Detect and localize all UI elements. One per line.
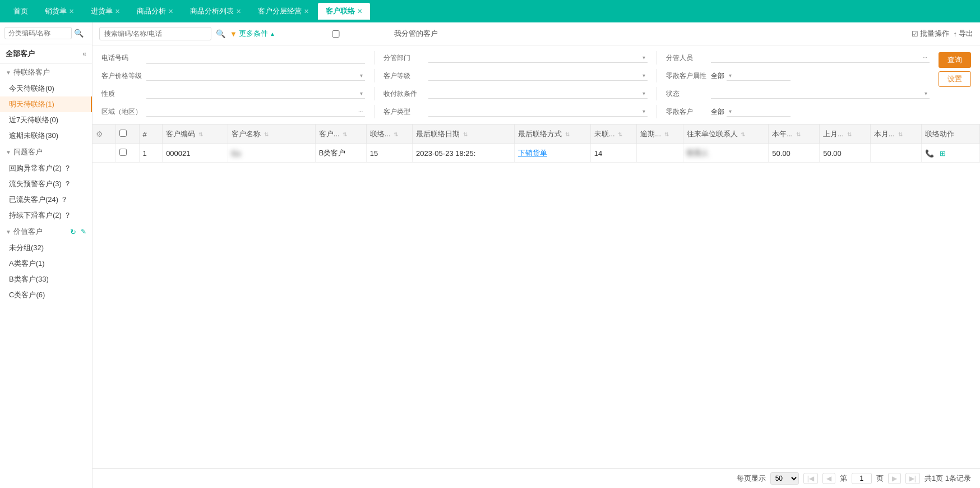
filter-phone-input[interactable] bbox=[146, 52, 365, 64]
sidebar-item-class-a[interactable]: A类客户(1) bbox=[0, 256, 92, 271]
row-last-date-cell: 2023-05-23 18:25: bbox=[413, 144, 515, 163]
customer-table: ⚙ # 客户编码 ⇅ 客户名称 ⇅ bbox=[93, 125, 980, 163]
prev-page-btn[interactable]: ◀ bbox=[822, 473, 835, 484]
sidebar-search-icon[interactable]: 🔍 bbox=[74, 29, 84, 38]
nav-sales-order[interactable]: 销货单 ✕ bbox=[37, 3, 82, 20]
nav-close-customer-tiering[interactable]: ✕ bbox=[304, 8, 309, 15]
chevron-up-icon: ▲ bbox=[270, 31, 275, 37]
filter-person-select[interactable]: ··· bbox=[711, 53, 930, 63]
col-gear[interactable]: ⚙ bbox=[93, 125, 116, 144]
batch-operation-btn[interactable]: ☑ 批量操作 bbox=[912, 29, 949, 39]
more-conditions-btn[interactable]: ▼ 更多条件 ▲ bbox=[230, 29, 275, 39]
filter-dept: 分管部门 ▾ bbox=[383, 53, 647, 63]
filter-region-select[interactable]: ··· bbox=[146, 107, 365, 117]
nav-customer-contact[interactable]: 客户联络 ✕ bbox=[318, 3, 370, 20]
filter-dept-select[interactable]: ▾ bbox=[428, 53, 647, 63]
filter-retail-attr-select[interactable]: ▾ bbox=[727, 71, 791, 81]
last-page-btn[interactable]: ▶| bbox=[905, 473, 920, 484]
nav-purchase-order[interactable]: 进货单 ✕ bbox=[83, 3, 128, 20]
nav-customer-tiering[interactable]: 客户分层经营 ✕ bbox=[250, 3, 317, 20]
nav-home[interactable]: 首页 bbox=[6, 3, 36, 20]
col-no-contact: 未联... ⇅ bbox=[590, 125, 636, 144]
filter-panel: 电话号码 分管部门 ▾ 分管人员 bbox=[93, 45, 980, 125]
sidebar-item-repurchase-abnormal[interactable]: 回购异常客户(2) ？ bbox=[0, 160, 92, 176]
sidebar: 🔍 全部客户 « ▼ 待联络客户 今天待联络(0) 明天待联络(1) 近7天待联… bbox=[0, 22, 93, 488]
nav-close-sales-order[interactable]: ✕ bbox=[69, 8, 74, 15]
export-btn[interactable]: ↑ 导出 bbox=[954, 29, 974, 39]
chevron-down-icon: ▾ bbox=[642, 54, 645, 61]
sidebar-item-churned[interactable]: 已流失客户(24) ？ bbox=[0, 192, 92, 208]
nav-close-product-analysis[interactable]: ✕ bbox=[168, 8, 173, 15]
sort-icon-last-method: ⇅ bbox=[565, 131, 570, 137]
nav-close-product-analysis-list[interactable]: ✕ bbox=[236, 8, 241, 15]
sidebar-item-class-b[interactable]: B类客户(33) bbox=[0, 271, 92, 287]
per-page-select[interactable]: 50 20 100 bbox=[770, 472, 799, 485]
refresh-icon[interactable]: ↻ bbox=[70, 228, 76, 236]
filter-customer-level-select[interactable]: ▾ bbox=[428, 71, 647, 81]
row-name-cell: Ea bbox=[228, 144, 316, 163]
grid-icon[interactable]: ⊞ bbox=[940, 149, 946, 158]
more-icon-2: ··· bbox=[358, 108, 363, 114]
filter-retail-attr: 零散客户属性 全部 ▾ bbox=[666, 71, 930, 81]
sidebar-item-churn-warning[interactable]: 流失预警客户(3) ？ bbox=[0, 176, 92, 192]
sidebar-item-overdue-contact[interactable]: 逾期未联络(30) bbox=[0, 128, 92, 144]
filter-nature-label: 性质 bbox=[101, 89, 146, 99]
sidebar-item-class-c[interactable]: C类客户(6) bbox=[0, 287, 92, 303]
search-input[interactable] bbox=[99, 27, 211, 40]
sidebar-item-7day-contact[interactable]: 近7天待联络(0) bbox=[0, 112, 92, 128]
sort-icon-name: ⇅ bbox=[264, 131, 269, 137]
nav-product-analysis[interactable]: 商品分析 ✕ bbox=[129, 3, 181, 20]
content-area: 🔍 ▼ 更多条件 ▲ 我分管的客户 ☑ 批量操作 ↑ 导出 bbox=[93, 22, 980, 488]
export-icon: ↑ bbox=[954, 30, 958, 38]
sidebar-section-pending[interactable]: ▼ 待联络客户 bbox=[0, 64, 92, 81]
sidebar-item-today-contact[interactable]: 今天待联络(0) bbox=[0, 81, 92, 96]
settings-button[interactable]: 设置 bbox=[939, 71, 971, 87]
sidebar-item-declining[interactable]: 持续下滑客户(2) ？ bbox=[0, 208, 92, 223]
filter-customer-type-select[interactable]: ▾ bbox=[428, 107, 647, 117]
nav-product-analysis-list[interactable]: 商品分析列表 ✕ bbox=[182, 3, 249, 20]
filter-row-2: 客户价格等级 ▾ 客户等级 ▾ bbox=[101, 69, 930, 82]
contact-person-name: 联系人 bbox=[687, 149, 709, 157]
table-header-row: ⚙ # 客户编码 ⇅ 客户名称 ⇅ bbox=[93, 125, 980, 144]
filter-retail-customer-select[interactable]: ▾ bbox=[727, 107, 791, 117]
last-method-link[interactable]: 下销货单 bbox=[518, 149, 547, 157]
sidebar-section-value[interactable]: ▼ 价值客户 ↻ ✎ bbox=[0, 223, 92, 240]
page-number-input[interactable] bbox=[852, 473, 872, 484]
sidebar-search-area: 🔍 bbox=[0, 22, 92, 44]
collapse-icon: « bbox=[82, 50, 86, 58]
divider-7 bbox=[374, 105, 375, 118]
sidebar-item-tomorrow-contact[interactable]: 明天待联络(1) bbox=[0, 96, 92, 112]
filter-status-select[interactable]: ▾ bbox=[711, 89, 930, 99]
filter-price-level-select[interactable]: ▾ bbox=[146, 71, 365, 81]
table-settings-gear-icon[interactable]: ⚙ bbox=[96, 130, 103, 139]
next-page-btn[interactable]: ▶ bbox=[888, 473, 901, 484]
my-customers-checkbox-area[interactable]: 我分管的客户 bbox=[280, 29, 438, 39]
filter-customer-level-label: 客户等级 bbox=[383, 71, 428, 81]
query-button[interactable]: 查询 bbox=[939, 52, 971, 68]
nav-close-customer-contact[interactable]: ✕ bbox=[357, 8, 362, 15]
call-icon[interactable]: 📞 bbox=[925, 149, 934, 158]
row-checkbox[interactable] bbox=[119, 149, 127, 156]
filter-status-label: 状态 bbox=[666, 89, 711, 99]
sidebar-section-problem[interactable]: ▼ 问题客户 bbox=[0, 144, 92, 160]
filter-payment-terms-select[interactable]: ▾ bbox=[428, 89, 647, 99]
sidebar-all-customers[interactable]: 全部客户 « bbox=[0, 44, 92, 64]
row-action-cell: 📞 ⊞ bbox=[921, 144, 979, 163]
nav-close-purchase-order[interactable]: ✕ bbox=[115, 8, 120, 15]
filter-row-3: 性质 ▾ 收付款条件 ▾ bbox=[101, 87, 930, 100]
sort-icon-last-month: ⇅ bbox=[847, 131, 852, 137]
filter-nature-select[interactable]: ▾ bbox=[146, 89, 365, 99]
select-all-checkbox[interactable] bbox=[119, 130, 127, 137]
search-button-icon[interactable]: 🔍 bbox=[216, 29, 225, 38]
col-type: 客户... ⇅ bbox=[315, 125, 366, 144]
customer-name: Ea bbox=[232, 149, 241, 158]
chevron-down-icon-7: ▾ bbox=[924, 90, 927, 96]
sidebar-item-ungrouped[interactable]: 未分组(32) bbox=[0, 240, 92, 256]
filter-nature: 性质 ▾ bbox=[101, 89, 365, 99]
my-customers-checkbox[interactable] bbox=[280, 30, 392, 38]
edit-icon[interactable]: ✎ bbox=[81, 228, 86, 236]
chevron-down-icon-4: ▾ bbox=[729, 72, 732, 79]
first-page-btn[interactable]: |◀ bbox=[803, 473, 818, 484]
sidebar-search-input[interactable] bbox=[4, 27, 72, 39]
filter-dept-label: 分管部门 bbox=[383, 53, 428, 63]
